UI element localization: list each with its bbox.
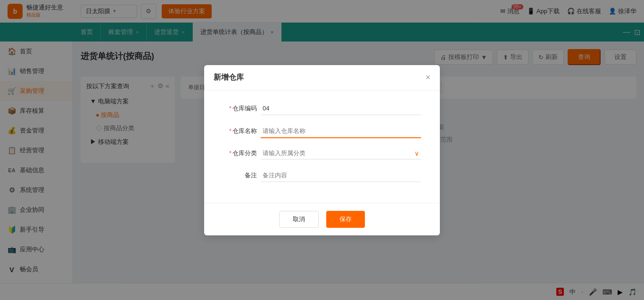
code-label: 仓库编码 bbox=[223, 104, 261, 113]
cancel-button[interactable]: 取消 bbox=[279, 211, 319, 228]
category-label: 仓库分类 bbox=[223, 149, 261, 158]
modal-close-button[interactable]: × bbox=[425, 73, 430, 83]
add-warehouse-modal: 新增仓库 × 仓库编码 仓库名称 仓库分类 ∨ bbox=[204, 65, 440, 235]
modal-title: 新增仓库 bbox=[214, 73, 244, 83]
name-input[interactable] bbox=[261, 125, 421, 138]
category-select[interactable]: ∨ bbox=[261, 148, 421, 159]
save-button[interactable]: 保存 bbox=[326, 211, 365, 228]
modal-header: 新增仓库 × bbox=[204, 65, 440, 91]
notes-field-row: 备注 bbox=[223, 169, 421, 182]
modal-body: 仓库编码 仓库名称 仓库分类 ∨ 备注 bbox=[204, 91, 440, 203]
category-input[interactable] bbox=[263, 150, 414, 157]
code-input[interactable] bbox=[261, 102, 421, 115]
name-field-row: 仓库名称 bbox=[223, 125, 421, 138]
modal-footer: 取消 保存 bbox=[204, 203, 440, 235]
category-dropdown-icon: ∨ bbox=[414, 150, 419, 157]
category-field-row: 仓库分类 ∨ bbox=[223, 148, 421, 159]
notes-input[interactable] bbox=[261, 169, 421, 182]
modal-overlay: 新增仓库 × 仓库编码 仓库名称 仓库分类 ∨ bbox=[0, 0, 644, 300]
code-field-row: 仓库编码 bbox=[223, 102, 421, 115]
notes-label: 备注 bbox=[223, 171, 261, 180]
name-label: 仓库名称 bbox=[223, 127, 261, 135]
